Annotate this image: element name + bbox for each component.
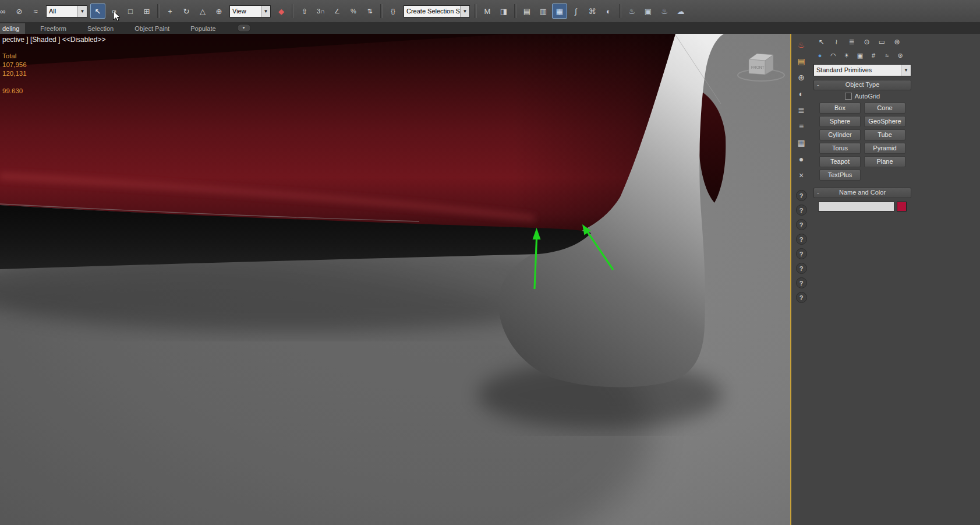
geosphere-button[interactable]: GeoSphere <box>864 116 905 127</box>
chevron-down-icon[interactable]: ▼ <box>261 6 270 17</box>
compass-icon[interactable]: ⊕ <box>795 71 808 84</box>
category-shapes[interactable]: ◠ <box>828 51 839 61</box>
viewport-label[interactable]: pective ] [Shaded ] <<Disabled>> <box>2 36 105 44</box>
select-and-place-button[interactable]: ⊕ <box>211 3 227 19</box>
selection-filter-dropdown[interactable]: All ▼ <box>46 5 87 17</box>
ribbon-tab-object-paint[interactable]: Object Paint <box>129 23 175 34</box>
rectangular-selection-region-button[interactable]: □ <box>123 3 138 19</box>
align-button[interactable]: ◨ <box>496 3 511 19</box>
toolbar-separator <box>475 4 477 18</box>
name-and-color-rollout-header[interactable]: - Name and Color <box>813 188 911 198</box>
toggle-ribbon-button[interactable]: ▦ <box>552 3 567 19</box>
keyboard-shortcut-override-toggle[interactable]: ⇧ <box>297 3 312 19</box>
placeholder-question-button[interactable]: ? <box>796 190 807 201</box>
sphere-icon[interactable]: ● <box>795 153 808 165</box>
object-type-rollout-header[interactable]: - Object Type <box>813 80 911 90</box>
plane-button[interactable]: Plane <box>864 156 905 167</box>
tube-button[interactable]: Tube <box>864 129 905 140</box>
render-production-button[interactable]: ♨ <box>657 3 672 19</box>
cone-button[interactable]: Cone <box>864 103 905 114</box>
render-teapot-icon[interactable]: ♨ <box>795 38 808 51</box>
select-and-link-icon[interactable]: ∞ <box>0 3 10 19</box>
material-editor-button[interactable]: ◐ <box>601 3 616 19</box>
schematic-view-button[interactable]: ⌘ <box>585 3 600 19</box>
create-categories: ● ◠ ☀ ▣ # ≈ ⊛ <box>812 48 912 64</box>
tab-utilities[interactable]: ⊛ <box>891 37 903 47</box>
ribbon-tab-freeform[interactable]: Freeform <box>34 23 72 34</box>
tab-modify[interactable]: ≀ <box>831 37 842 47</box>
placeholder-question-button[interactable]: ? <box>796 292 807 303</box>
ribbon-tab-bar: deling Freeform Selection Object Paint P… <box>0 22 980 34</box>
grid-box-icon[interactable]: ▦ <box>795 136 808 149</box>
mirror-button[interactable]: M <box>480 3 495 19</box>
category-space-warps[interactable]: ≈ <box>882 51 892 61</box>
placeholder-question-button[interactable]: ? <box>796 234 807 245</box>
placeholder-question-button[interactable]: ? <box>796 263 807 274</box>
spinner-snap-toggle[interactable]: ⇅ <box>362 3 377 19</box>
textplus-button[interactable]: TextPlus <box>819 170 861 181</box>
chevron-down-icon[interactable]: ▼ <box>901 65 911 76</box>
layers-icon[interactable]: ≣ <box>795 104 808 117</box>
category-lights[interactable]: ☀ <box>841 51 852 61</box>
tab-display[interactable]: ▭ <box>876 37 887 47</box>
snaps-toggle-button[interactable]: 3∩ <box>313 3 328 19</box>
cylinder-button[interactable]: Cylinder <box>819 129 861 140</box>
ribbon-tab-selection[interactable]: Selection <box>82 23 119 34</box>
select-and-manipulate-button[interactable]: ◆ <box>274 3 289 19</box>
toggle-layer-explorer-button[interactable]: ▥ <box>536 3 551 19</box>
command-panel: ↖ ≀ ≣ ⊙ ▭ ⊛ ● ◠ ☀ ▣ # ≈ ⊛ Standard Primi… <box>811 34 980 525</box>
ribbon-tab-modeling[interactable]: deling <box>0 23 25 34</box>
collapse-icon: - <box>817 188 819 197</box>
placeholder-question-button[interactable]: ? <box>796 205 807 216</box>
material-sphere-icon[interactable]: ◐ <box>795 87 808 100</box>
name-and-color-rollout: - Name and Color <box>813 188 911 215</box>
perspective-viewport[interactable]: FRONT pective ] [Shaded ] <<Disabled>> T… <box>0 34 790 525</box>
category-systems[interactable]: ⊛ <box>895 51 905 61</box>
category-helpers[interactable]: # <box>868 51 879 61</box>
ribbon-options-button[interactable]: ▾ <box>237 24 251 32</box>
reference-coordinate-system-dropdown[interactable]: View ▼ <box>229 5 271 17</box>
close-icon[interactable]: × <box>795 169 808 182</box>
unlink-selection-icon[interactable]: ⊘ <box>12 3 27 19</box>
named-selection-sets-dropdown[interactable]: Create Selection Se ▼ <box>404 5 470 17</box>
autogrid-checkbox[interactable] <box>845 93 852 100</box>
command-panel-tabs: ↖ ≀ ≣ ⊙ ▭ ⊛ <box>812 34 912 48</box>
percent-snap-toggle[interactable]: % <box>346 3 361 19</box>
tab-motion[interactable]: ⊙ <box>861 37 872 47</box>
render-in-cloud-button[interactable]: ☁ <box>673 3 688 19</box>
ribbon-tab-populate[interactable]: Populate <box>185 23 221 34</box>
tab-create[interactable]: ↖ <box>816 37 827 47</box>
pyramid-button[interactable]: Pyramid <box>864 143 905 154</box>
material-library-icon[interactable]: ▤ <box>795 55 808 68</box>
bind-to-space-warp-icon[interactable]: ≈ <box>28 3 43 19</box>
window-crossing-toggle[interactable]: ⊞ <box>139 3 154 19</box>
select-and-rotate-button[interactable]: ↻ <box>179 3 194 19</box>
object-name-input[interactable] <box>818 202 894 212</box>
stack-icon[interactable]: ≡ <box>795 120 808 133</box>
curve-editor-button[interactable]: ∫ <box>568 3 583 19</box>
select-object-button[interactable]: ↖ <box>90 3 105 19</box>
placeholder-question-button[interactable]: ? <box>796 248 807 259</box>
viewport-canvas[interactable]: FRONT pective ] [Shaded ] <<Disabled>> T… <box>0 34 790 525</box>
toggle-scene-explorer-button[interactable]: ▤ <box>519 3 535 19</box>
edit-named-selection-sets-button[interactable]: {} <box>385 3 401 19</box>
select-and-move-button[interactable]: + <box>162 3 178 19</box>
teapot-button[interactable]: Teapot <box>819 156 861 167</box>
render-setup-button[interactable]: ♨ <box>624 3 639 19</box>
object-color-swatch[interactable] <box>897 202 907 212</box>
sphere-button[interactable]: Sphere <box>819 116 861 127</box>
primitive-buttons: Box Cone Sphere GeoSphere Cylinder Tube … <box>813 101 911 184</box>
torus-button[interactable]: Torus <box>819 143 861 154</box>
category-cameras[interactable]: ▣ <box>855 51 865 61</box>
placeholder-question-button[interactable]: ? <box>796 219 807 230</box>
angle-snap-toggle[interactable]: ∠ <box>330 3 345 19</box>
category-geometry[interactable]: ● <box>815 51 825 61</box>
select-and-scale-button[interactable]: △ <box>195 3 210 19</box>
placeholder-question-button[interactable]: ? <box>796 277 807 288</box>
primitives-dropdown[interactable]: Standard Primitives ▼ <box>813 64 911 76</box>
chevron-down-icon[interactable]: ▼ <box>460 6 469 17</box>
chevron-down-icon[interactable]: ▼ <box>77 6 87 17</box>
box-button[interactable]: Box <box>819 103 861 114</box>
tab-hierarchy[interactable]: ≣ <box>846 37 857 47</box>
rendered-frame-window-button[interactable]: ▣ <box>641 3 656 19</box>
